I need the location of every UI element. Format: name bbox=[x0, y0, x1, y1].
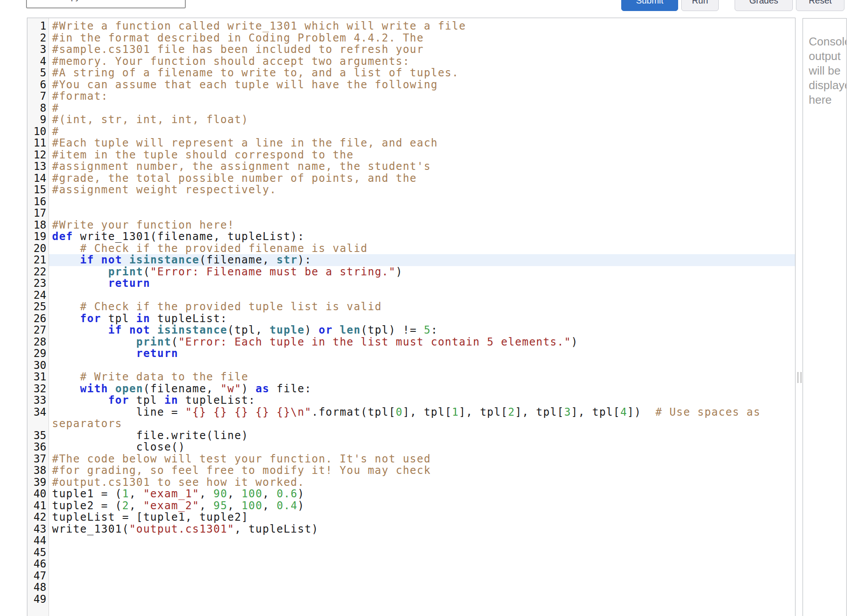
line-number: 47 bbox=[27, 570, 46, 582]
code-line-38[interactable]: 38#for grading, so feel free to modify i… bbox=[27, 465, 795, 477]
reset-button[interactable]: Reset bbox=[796, 0, 844, 11]
code-line-21[interactable]: 21 if not isinstance(filename, str): bbox=[27, 254, 795, 266]
code-line-24[interactable]: 24 bbox=[27, 289, 795, 301]
code-token bbox=[52, 242, 80, 255]
code-line-19[interactable]: 19def write_1301(filename, tupleList): bbox=[27, 231, 795, 243]
code-editor[interactable]: 1#Write a function called write_1301 whi… bbox=[27, 18, 795, 616]
line-number: 43 bbox=[27, 523, 46, 535]
code-token: #The code below will test your function.… bbox=[52, 453, 431, 465]
code-area[interactable]: 1#Write a function called write_1301 whi… bbox=[27, 18, 795, 605]
code-line-30[interactable]: 30 bbox=[27, 360, 795, 372]
code-line-23[interactable]: 23 return bbox=[27, 278, 795, 289]
code-token bbox=[94, 254, 101, 266]
code-token: #Write a function called write_1301 whic… bbox=[52, 20, 466, 32]
code-line-36[interactable]: 36 close() bbox=[27, 441, 795, 453]
code-token: ]) bbox=[627, 406, 656, 418]
code-line-48[interactable]: 48 bbox=[27, 582, 795, 593]
code-token: , bbox=[263, 488, 277, 500]
code-line-2[interactable]: 2#in the format described in Coding Prob… bbox=[27, 32, 795, 44]
console-output[interactable]: Console output will be displayed here bbox=[803, 18, 847, 616]
code-line-16[interactable]: 16 bbox=[27, 196, 795, 208]
code-line-3[interactable]: 3#sample.cs1301 file has been included t… bbox=[27, 44, 795, 56]
line-number: 30 bbox=[27, 360, 46, 372]
code-line-15[interactable]: 15#assignment weight respectively. bbox=[27, 184, 795, 196]
submit-button[interactable]: Submit bbox=[621, 0, 678, 11]
code-line-13[interactable]: 13#assignment number, the assignment nam… bbox=[27, 161, 795, 173]
code-line-47[interactable]: 47 bbox=[27, 570, 795, 582]
line-number: 35 bbox=[27, 430, 46, 442]
code-line-4[interactable]: 4#memory. Your function should accept tw… bbox=[27, 56, 795, 68]
code-line-28[interactable]: 28 print("Error: Each tuple in the list … bbox=[27, 336, 795, 348]
code-token bbox=[122, 254, 129, 266]
code-line-29[interactable]: 29 return bbox=[27, 348, 795, 360]
grades-button[interactable]: Grades bbox=[735, 0, 793, 11]
code-line-40[interactable]: 40tuple1 = (1, "exam_1", 90, 100, 0.6) bbox=[27, 488, 795, 500]
code-line-22[interactable]: 22 print("Error: Filename must be a stri… bbox=[27, 266, 795, 278]
line-number: 48 bbox=[27, 582, 46, 593]
code-token: #(int, str, int, int, float) bbox=[52, 113, 248, 126]
code-token: #item in the tuple should correspond to … bbox=[52, 149, 354, 161]
code-token: print bbox=[108, 266, 143, 278]
code-line-37[interactable]: 37#The code below will test your functio… bbox=[27, 453, 795, 465]
code-token: ) bbox=[571, 336, 578, 348]
code-line-35[interactable]: 35 file.write(line) bbox=[27, 430, 795, 442]
code-line-25[interactable]: 25 # Check if the provided tuple list is… bbox=[27, 301, 795, 313]
code-line-7[interactable]: 7#format: bbox=[27, 90, 795, 102]
code-token bbox=[52, 266, 108, 278]
line-number: 22 bbox=[27, 266, 46, 278]
line-number: 9 bbox=[27, 114, 46, 126]
code-token: #memory. Your function should accept two… bbox=[52, 55, 410, 68]
code-line-20[interactable]: 20 # Check if the provided filename is v… bbox=[27, 243, 795, 255]
code-token: #grade, the total possible number of poi… bbox=[52, 172, 417, 184]
code-line-33[interactable]: 33 for tpl in tupleList: bbox=[27, 394, 795, 406]
code-line-1[interactable]: 1#Write a function called write_1301 whi… bbox=[27, 20, 795, 32]
code-line-12[interactable]: 12#item in the tuple should correspond t… bbox=[27, 149, 795, 161]
code-line-18[interactable]: 18#Write your function here! bbox=[27, 219, 795, 231]
code-line-44[interactable]: 44 bbox=[27, 535, 795, 547]
code-line-42[interactable]: 42tupleList = [tuple1, tuple2] bbox=[27, 511, 795, 523]
code-line-26[interactable]: 26 for tpl in tupleList: bbox=[27, 313, 795, 325]
code-token: line = bbox=[52, 406, 185, 418]
line-number: 13 bbox=[27, 161, 46, 173]
code-token: ], tpl[ bbox=[403, 406, 452, 418]
code-line-5[interactable]: 5#A string of a filename to write to, an… bbox=[27, 67, 795, 79]
splitter-grip-icon[interactable] bbox=[797, 372, 802, 383]
code-token: with bbox=[80, 383, 109, 395]
code-line-6[interactable]: 6#You can assume that each tuple will ha… bbox=[27, 79, 795, 91]
code-line-43[interactable]: 43write_1301("output.cs1301", tupleList) bbox=[27, 523, 795, 535]
line-number: 28 bbox=[27, 336, 46, 348]
code-token: 1 bbox=[452, 406, 459, 418]
code-token: #Each tuple will represent a line in the… bbox=[52, 137, 438, 149]
code-token: write_1301( bbox=[52, 523, 129, 535]
code-line-34[interactable]: 34 line = "{} {} {} {} {}\n".format(tpl[… bbox=[27, 406, 795, 430]
code-line-17[interactable]: 17 bbox=[27, 207, 795, 219]
code-line-11[interactable]: 11#Each tuple will represent a line in t… bbox=[27, 137, 795, 149]
code-token: tupleList: bbox=[178, 394, 255, 406]
code-line-41[interactable]: 41tuple2 = (2, "exam_2", 95, 100, 0.4) bbox=[27, 500, 795, 512]
code-line-10[interactable]: 10# bbox=[27, 126, 795, 138]
code-token: #output.cs1301 to see how it worked. bbox=[52, 476, 304, 488]
code-token bbox=[52, 394, 108, 406]
code-line-32[interactable]: 32 with open(filename, "w") as file: bbox=[27, 383, 795, 395]
run-button[interactable]: Run bbox=[681, 0, 719, 11]
code-token: ) bbox=[298, 488, 305, 500]
line-number: 40 bbox=[27, 488, 46, 500]
code-token: tpl bbox=[129, 394, 165, 406]
code-line-9[interactable]: 9#(int, str, int, int, float) bbox=[27, 114, 795, 126]
code-line-46[interactable]: 46 bbox=[27, 558, 795, 570]
code-line-27[interactable]: 27 if not isinstance(tpl, tuple) or len(… bbox=[27, 324, 795, 336]
code-token: , bbox=[129, 488, 143, 500]
code-token: 2 bbox=[122, 500, 129, 512]
code-line-8[interactable]: 8# bbox=[27, 102, 795, 114]
filename-input[interactable] bbox=[26, 0, 186, 8]
code-line-31[interactable]: 31 # Write data to the file bbox=[27, 371, 795, 383]
code-line-39[interactable]: 39#output.cs1301 to see how it worked. bbox=[27, 477, 795, 488]
line-number: 4 bbox=[27, 56, 46, 68]
code-token: : bbox=[431, 324, 438, 336]
code-token: (filename, bbox=[199, 254, 277, 266]
code-token: 0.6 bbox=[277, 488, 298, 500]
code-line-45[interactable]: 45 bbox=[27, 547, 795, 559]
code-line-49[interactable]: 49 bbox=[27, 593, 795, 605]
panel-splitter[interactable] bbox=[795, 18, 803, 616]
code-line-14[interactable]: 14#grade, the total possible number of p… bbox=[27, 173, 795, 184]
